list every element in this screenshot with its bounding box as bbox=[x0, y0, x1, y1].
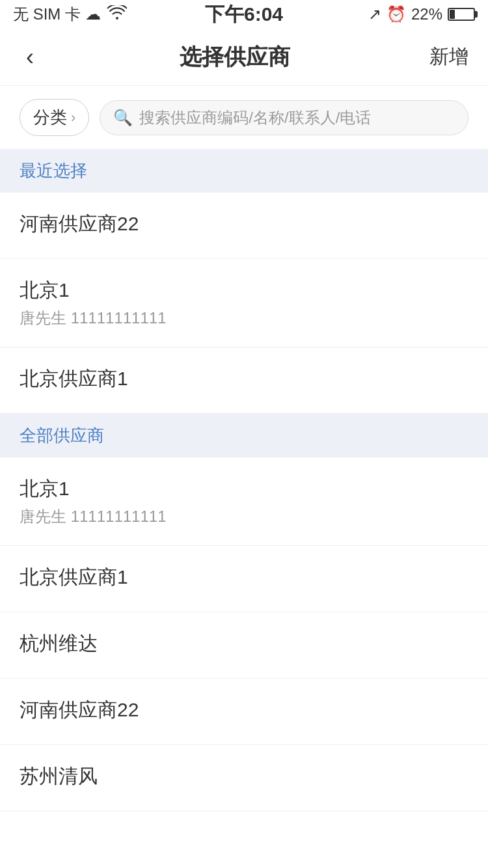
item-name: 河南供应商22 bbox=[20, 697, 468, 724]
wifi-icon bbox=[107, 5, 127, 23]
add-button[interactable]: 新增 bbox=[429, 44, 468, 70]
item-name: 河南供应商22 bbox=[20, 211, 468, 237]
item-name: 杭州维达 bbox=[20, 631, 468, 657]
location-icon: ↗ bbox=[368, 5, 381, 23]
back-button[interactable]: ‹ bbox=[20, 37, 40, 77]
all-list-item[interactable]: 河南供应商22 bbox=[0, 679, 488, 745]
all-list-item[interactable]: 北京1唐先生 11111111111 bbox=[0, 457, 488, 546]
alarm-icon: ⏰ bbox=[386, 5, 406, 23]
recent-list-item[interactable]: 河南供应商22 bbox=[0, 193, 488, 259]
category-label: 分类 bbox=[33, 106, 67, 129]
chevron-right-icon: › bbox=[71, 109, 75, 126]
battery-icon bbox=[448, 8, 475, 21]
item-name: 北京1 bbox=[20, 277, 468, 304]
search-placeholder: 搜索供应商编码/名称/联系人/电话 bbox=[139, 107, 371, 128]
all-list-item[interactable]: 北京供应商1 bbox=[0, 546, 488, 612]
recent-section-header: 最近选择 bbox=[0, 149, 488, 193]
status-time: 下午6:04 bbox=[205, 1, 283, 28]
all-list-item[interactable]: 苏州清风 bbox=[0, 745, 488, 811]
all-list: 北京1唐先生 11111111111北京供应商1杭州维达河南供应商22苏州清风 bbox=[0, 457, 488, 811]
recent-list-item[interactable]: 北京供应商1 bbox=[0, 347, 488, 414]
item-sub: 唐先生 11111111111 bbox=[20, 506, 468, 527]
sim-status: 无 SIM 卡 ☁ bbox=[13, 4, 101, 25]
status-right: ↗ ⏰ 22% bbox=[368, 5, 475, 23]
item-name: 北京1 bbox=[20, 476, 468, 502]
search-box[interactable]: 🔍 搜索供应商编码/名称/联系人/电话 bbox=[100, 100, 468, 135]
item-sub: 唐先生 11111111111 bbox=[20, 308, 468, 329]
nav-bar: ‹ 选择供应商 新增 bbox=[0, 29, 488, 86]
battery-percent: 22% bbox=[411, 5, 442, 23]
all-section-label: 全部供应商 bbox=[20, 426, 104, 445]
item-name: 北京供应商1 bbox=[20, 366, 468, 392]
search-icon: 🔍 bbox=[113, 109, 133, 127]
all-list-item[interactable]: 杭州维达 bbox=[0, 612, 488, 679]
nav-title: 选择供应商 bbox=[180, 42, 290, 72]
recent-section-label: 最近选择 bbox=[20, 161, 87, 180]
status-bar: 无 SIM 卡 ☁ 下午6:04 ↗ ⏰ 22% bbox=[0, 0, 488, 29]
recent-list-item[interactable]: 北京1唐先生 11111111111 bbox=[0, 259, 488, 347]
item-name: 苏州清风 bbox=[20, 763, 468, 790]
recent-list: 河南供应商22北京1唐先生 11111111111北京供应商1 bbox=[0, 193, 488, 414]
status-left: 无 SIM 卡 ☁ bbox=[13, 4, 127, 25]
all-section-header: 全部供应商 bbox=[0, 414, 488, 457]
item-name: 北京供应商1 bbox=[20, 564, 468, 591]
category-button[interactable]: 分类 › bbox=[20, 99, 89, 136]
filter-bar: 分类 › 🔍 搜索供应商编码/名称/联系人/电话 bbox=[0, 86, 488, 149]
